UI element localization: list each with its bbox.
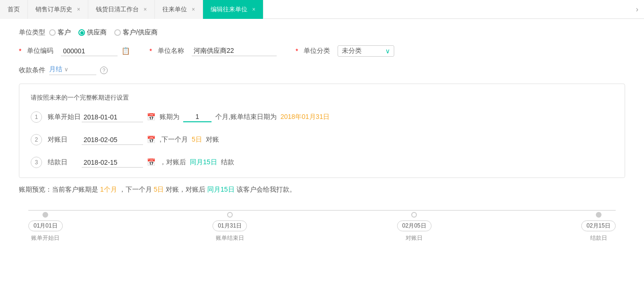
step-2-suffix: 对账: [206, 135, 219, 144]
step-cal-icon-1[interactable]: 📅: [147, 113, 156, 121]
unit-category-label: 单位分类: [304, 47, 330, 55]
radio-label-supplier: 供应商: [87, 28, 107, 37]
tl-dot-2: [411, 212, 417, 218]
step-row-2: 2 对账日 📅 ,下一个月 5日 对账: [31, 134, 613, 145]
tl-label-box-2: 02月05日: [397, 220, 432, 231]
radio-label-customer: 客户: [58, 28, 71, 37]
tl-label-box-1: 01月31日: [212, 220, 247, 231]
tl-point-3: 02月05日 对账日: [397, 210, 432, 242]
payment-term-row: 收款条件 月结 ∨ ?: [19, 65, 625, 75]
tl-sublabel-0: 账单开始日: [31, 234, 59, 242]
tab-partner-unit[interactable]: 往来单位 ×: [155, 0, 203, 19]
step-content-3: 📅 ，对账后 同月15日 结款: [82, 158, 613, 168]
tl-label-box-3: 02月15日: [581, 220, 616, 231]
tl-point-start: 01月01日 账单开始日: [28, 210, 63, 242]
tl-label-box-0: 01月01日: [28, 220, 63, 231]
tabs-bar: 首页 销售订单历史 × 钱货日清工作台 × 往来单位 × 编辑往来单位 × ›: [0, 0, 644, 19]
tab-cash-work[interactable]: 钱货日清工作台 ×: [88, 0, 155, 19]
preview-sep2: 对账，对账后: [166, 186, 205, 193]
tl-point-2: 01月31日 账单结束日: [212, 210, 247, 242]
main-content: 单位类型 客户 供应商 客户/供应商 * 单位编码 📋 * 单位名称: [0, 19, 644, 287]
step-date-input-1[interactable]: [82, 112, 143, 122]
preview-part2: 5日: [153, 186, 164, 193]
unit-code-required-star: *: [19, 47, 21, 55]
tl-sublabel-2: 对账日: [406, 234, 423, 242]
step-date-input-2[interactable]: [82, 135, 143, 145]
step-date-input-3[interactable]: [82, 158, 143, 168]
tl-dot-start: [42, 212, 48, 218]
step-cal-icon-3[interactable]: 📅: [147, 158, 156, 167]
unit-category-arrow-icon: ∨: [385, 47, 390, 55]
radio-supplier[interactable]: 供应商: [78, 28, 107, 37]
preview-part3: 同月15日: [207, 186, 235, 193]
tab-close-partner-unit[interactable]: ×: [192, 6, 195, 13]
unit-category-required-star: *: [296, 47, 298, 55]
tl-sublabel-3: 结款日: [590, 234, 607, 242]
step-row-3: 3 结款日 📅 ，对账后 同月15日 结款: [31, 157, 613, 168]
step-num-2: 2: [31, 134, 42, 145]
box-title: 请按照未来的一个完整帐期进行设置: [31, 93, 613, 102]
tl-sublabel-1: 账单结束日: [216, 234, 244, 242]
unit-category-dropdown[interactable]: 未分类 ∨: [338, 45, 394, 57]
payment-term-dropdown[interactable]: 月结 ∨: [49, 65, 96, 75]
step-label-1: 账单开始日: [48, 113, 82, 121]
step-row-1: 1 账单开始日 📅 账期为 个月,账单结束日期为 2018年01月31日: [31, 111, 613, 123]
unit-category-value: 未分类: [342, 47, 362, 55]
preview-sep1: ，下一个月: [119, 186, 152, 193]
timeline-points: 01月01日 账单开始日 01月31日 账单结束日 02月05日 对账日 02月…: [28, 210, 616, 242]
step-cal-icon-2[interactable]: 📅: [147, 135, 156, 144]
step-num-3: 3: [31, 157, 42, 168]
unit-name-input[interactable]: [192, 46, 277, 56]
step-period-label: 账期为: [160, 113, 179, 121]
unit-name-group: * 单位名称: [149, 46, 276, 56]
unit-code-icon[interactable]: 📋: [121, 47, 130, 55]
unit-name-required-star: *: [149, 47, 152, 55]
step-3-highlight: 同月15日: [190, 158, 217, 167]
tab-close-cash-work[interactable]: ×: [144, 6, 147, 13]
tab-home[interactable]: 首页: [0, 0, 28, 19]
radio-circle-both: [114, 29, 121, 36]
radio-customer[interactable]: 客户: [49, 28, 71, 37]
radio-circle-supplier: [78, 29, 85, 36]
unit-code-label: 单位编码: [27, 47, 53, 55]
tl-dot-end: [596, 212, 602, 218]
payment-term-label: 收款条件: [19, 66, 45, 75]
payment-term-value: 月结: [49, 65, 62, 74]
step-period-unit: 个月,账单结束日期为: [215, 113, 277, 121]
step-content-1: 📅 账期为 个月,账单结束日期为 2018年01月31日: [82, 112, 613, 122]
preview-text: 账期预览：当前客户账期是 1个月 ，下一个月 5日 对账，对账后 同月15日 该…: [19, 186, 625, 194]
payment-term-arrow-icon: ∨: [64, 66, 68, 73]
step-label-3: 结款日: [48, 158, 82, 167]
step-period-input-1[interactable]: [183, 112, 212, 122]
step-3-prefix: ，对账后: [160, 158, 186, 167]
radio-label-both: 客户/供应商: [123, 28, 158, 37]
timeline-container: 01月01日 账单开始日 01月31日 账单结束日 02月05日 对账日 02月…: [19, 205, 625, 247]
unit-code-input[interactable]: [61, 46, 118, 56]
unit-name-label: 单位名称: [158, 47, 184, 55]
unit-info-row: * 单位编码 📋 * 单位名称 * 单位分类 未分类 ∨: [19, 45, 625, 57]
step-2-prefix: ,下一个月: [160, 135, 188, 144]
tabs-expand-button[interactable]: ›: [630, 5, 644, 14]
period-settings-box: 请按照未来的一个完整帐期进行设置 1 账单开始日 📅 账期为 个月,账单结束日期…: [19, 84, 625, 178]
preview-part1: 1个月: [100, 186, 117, 193]
payment-term-help-icon[interactable]: ?: [100, 67, 108, 74]
tl-point-end: 02月15日 结款日: [581, 210, 616, 242]
radio-circle-customer: [49, 29, 56, 36]
tab-close-edit-partner[interactable]: ×: [252, 6, 255, 13]
tab-close-sales-history[interactable]: ×: [77, 6, 80, 13]
preview-suffix: 该客户会给我打款。: [237, 186, 296, 193]
step-end-date-highlight-1: 2018年01月31日: [280, 113, 330, 121]
unit-type-row: 单位类型 客户 供应商 客户/供应商: [19, 28, 625, 37]
step-3-suffix: 结款: [221, 158, 234, 167]
radio-both[interactable]: 客户/供应商: [114, 28, 158, 37]
unit-type-label: 单位类型: [19, 28, 45, 37]
tab-edit-partner[interactable]: 编辑往来单位 ×: [203, 0, 263, 19]
radio-group-unit-type: 客户 供应商 客户/供应商: [49, 28, 158, 37]
tab-sales-history[interactable]: 销售订单历史 ×: [28, 0, 88, 19]
preview-prefix: 账期预览：当前客户账期是: [19, 186, 98, 193]
unit-code-group: * 单位编码 📋: [19, 46, 130, 56]
step-2-highlight: 5日: [192, 135, 202, 144]
step-num-1: 1: [31, 111, 42, 123]
tl-dot-1: [227, 212, 233, 218]
step-content-2: 📅 ,下一个月 5日 对账: [82, 135, 613, 145]
